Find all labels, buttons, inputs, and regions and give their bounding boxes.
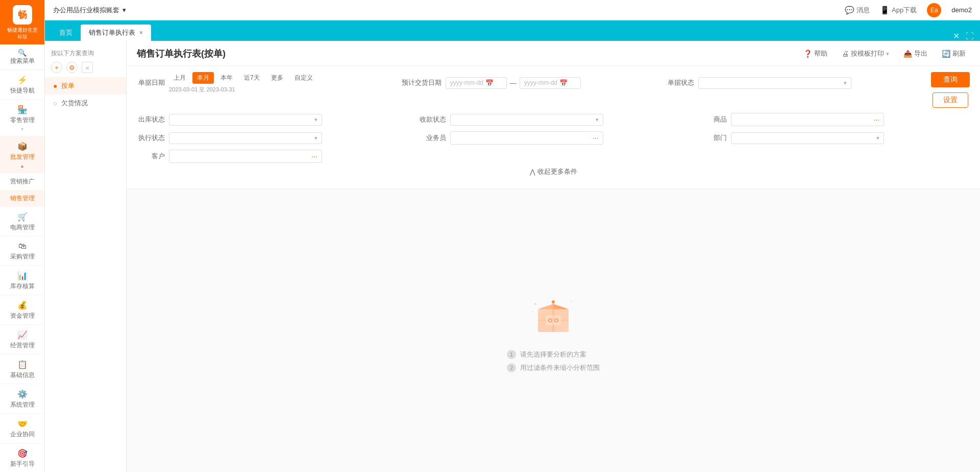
- goods-input[interactable]: ···: [731, 113, 884, 126]
- logo-subtitle: 标版: [17, 33, 28, 40]
- customer-dots-icon[interactable]: ···: [311, 152, 317, 160]
- receipt-status-select[interactable]: ▾: [450, 114, 603, 126]
- sidebar-item-operations[interactable]: 📈 经营管理: [0, 325, 44, 355]
- empty-tip-2: 2 用过滤条件来缩小分析范围: [507, 363, 600, 372]
- sidebar-item-wholesale[interactable]: 📦 批发管理 ▴: [0, 136, 44, 173]
- date-pill-last-month[interactable]: 上月: [169, 72, 190, 84]
- exec-status-select[interactable]: ▾: [169, 132, 322, 144]
- salesman-label: 业务员: [418, 133, 446, 143]
- sidebar-item-purchase[interactable]: 🛍 采购管理: [0, 237, 44, 266]
- add-scheme-button[interactable]: +: [51, 62, 62, 73]
- right-content: 销售订单执行表(按单) ❓ 帮助 🖨 按模板打印 ▾ 📤 导出: [127, 41, 980, 472]
- expected-date-start[interactable]: yyyy-mm-dd 📅: [446, 77, 507, 89]
- date-pill-custom[interactable]: 自定义: [290, 72, 317, 84]
- print-icon: 🖨: [842, 50, 849, 58]
- collapse-button[interactable]: ⋀ 收起更多条件: [522, 165, 585, 178]
- empty-illustration: [528, 289, 579, 340]
- date-pills: 上月 本月 本年 近7天: [169, 72, 391, 84]
- sidebar-item-basic[interactable]: 📋 基础信息: [0, 355, 44, 384]
- date-pill-this-month[interactable]: 本月: [192, 72, 214, 84]
- tab-close-icon[interactable]: ×: [139, 29, 143, 36]
- industry-selector[interactable]: 办公用品行业模拟账套 ▾: [53, 6, 126, 15]
- settings-scheme-button[interactable]: ⚙: [66, 62, 78, 73]
- scheme-item-按单[interactable]: ● 按单: [45, 77, 126, 95]
- expected-date-label: 预计交货日期: [402, 78, 442, 87]
- sidebar-sub-marketing[interactable]: 营销推广: [0, 173, 44, 190]
- dropdown-arrow-icon: ▾: [122, 6, 126, 14]
- sidebar-search[interactable]: 🔍 搜索菜单: [0, 44, 44, 70]
- svg-point-8: [549, 319, 551, 321]
- customer-label: 客户: [137, 152, 165, 161]
- receipt-status-label: 收款状态: [418, 115, 446, 124]
- set-button[interactable]: 设置: [933, 92, 968, 108]
- sidebar-item-quick-nav[interactable]: ⚡ 快捷导航: [0, 70, 44, 100]
- user-avatar[interactable]: Ea: [927, 3, 941, 17]
- sidebar-item-enterprise[interactable]: 🤝 企业协同: [0, 414, 44, 443]
- expected-date-end[interactable]: yyyy-mm-dd 📅: [520, 77, 581, 89]
- enterprise-icon: 🤝: [17, 419, 28, 429]
- date-pill-last7[interactable]: 近7天: [239, 72, 264, 84]
- dept-label: 部门: [699, 133, 727, 143]
- dept-select[interactable]: ▾: [731, 132, 884, 144]
- customer-input[interactable]: ···: [169, 150, 322, 163]
- goods-dots-icon[interactable]: ···: [874, 115, 880, 124]
- date-separator: —: [510, 79, 517, 87]
- message-icon: 💬: [845, 6, 854, 15]
- date-pill-this-year[interactable]: 本年: [216, 72, 237, 84]
- logo-text: 畅捷通好生意: [7, 27, 38, 33]
- collapse-up-icon: ⋀: [530, 168, 535, 176]
- calendar-start-icon[interactable]: 📅: [485, 79, 494, 87]
- tab-close-all-icon[interactable]: ✕: [953, 31, 960, 41]
- app-logo: 畅 畅捷通好生意 标版: [0, 0, 44, 44]
- operations-icon: 📈: [17, 330, 28, 340]
- scheme-item-欠货情况[interactable]: ○ 欠货情况: [45, 95, 126, 112]
- print-button[interactable]: 🖨 按模板打印 ▾: [838, 47, 893, 60]
- sidebar-item-inventory[interactable]: 📊 库存核算: [0, 266, 44, 295]
- receipt-status-arrow-icon: ▾: [596, 116, 599, 123]
- tab-sales-order[interactable]: 销售订单执行表 ×: [81, 25, 151, 41]
- app-download-button[interactable]: 📱 App下载: [880, 6, 917, 15]
- sidebar: 畅 畅捷通好生意 标版 🔍 搜索菜单 ⚡ 快捷导航 🏪 零售管理 ▾ 📦 批发管…: [0, 0, 45, 472]
- query-button[interactable]: 查询: [931, 72, 970, 87]
- sidebar-sub-sales[interactable]: 销售管理: [0, 190, 44, 207]
- out-status-select[interactable]: ▾: [169, 114, 322, 126]
- refresh-button[interactable]: 🔄 刷新: [938, 47, 970, 60]
- calendar-end-icon[interactable]: 📅: [559, 79, 568, 87]
- sidebar-item-ecommerce[interactable]: 🛒 电商管理: [0, 207, 44, 237]
- left-panel-title: 按以下方案查询: [51, 49, 94, 58]
- retail-icon: 🏪: [17, 105, 28, 114]
- fold-panel-button[interactable]: «: [82, 62, 93, 73]
- goods-label: 商品: [699, 115, 727, 124]
- message-button[interactable]: 💬 消息: [845, 6, 870, 15]
- sidebar-item-retail[interactable]: 🏪 零售管理 ▾: [0, 100, 44, 136]
- print-dropdown-icon: ▾: [886, 51, 889, 57]
- tab-home[interactable]: 首页: [51, 25, 81, 41]
- exec-status-group: 执行状态 ▾: [137, 131, 408, 145]
- customer-group: 客户 ···: [137, 150, 408, 163]
- sidebar-item-finance[interactable]: 💰 资金管理: [0, 295, 44, 325]
- tab-expand-icon[interactable]: ⛶: [966, 32, 974, 41]
- date-pill-more[interactable]: 更多: [266, 72, 288, 84]
- purchase-icon: 🛍: [18, 242, 27, 251]
- doc-status-select[interactable]: ▾: [698, 77, 851, 89]
- header-right: 💬 消息 📱 App下载 Ea demo2: [845, 3, 972, 17]
- collapse-row: ⋀ 收起更多条件: [137, 163, 970, 182]
- left-panel-header: 按以下方案查询: [45, 47, 126, 62]
- scheme-clock-icon: ○: [53, 99, 57, 107]
- sidebar-item-new-guide[interactable]: 🎯 新手引导: [0, 443, 44, 472]
- salesman-dots-icon[interactable]: ···: [593, 134, 599, 142]
- app-download-icon: 📱: [880, 6, 890, 15]
- svg-point-4: [571, 301, 572, 302]
- sidebar-item-system[interactable]: ⚙️ 系统管理: [0, 384, 44, 414]
- out-status-group: 出库状态 ▾: [137, 113, 408, 126]
- industry-name: 办公用品行业模拟账套: [53, 6, 119, 15]
- date-label: 单据日期: [137, 78, 165, 87]
- export-button[interactable]: 📤 导出: [899, 47, 932, 60]
- help-button[interactable]: ❓ 帮助: [799, 47, 831, 60]
- salesman-input[interactable]: ···: [450, 131, 603, 145]
- finance-icon: 💰: [17, 300, 28, 310]
- empty-tips: 1 请先选择要分析的方案 2 用过滤条件来缩小分析范围: [507, 350, 600, 372]
- doc-status-group: 单据状态 ▾: [666, 72, 921, 93]
- empty-tip-1: 1 请先选择要分析的方案: [507, 350, 600, 359]
- doc-status-arrow-icon: ▾: [844, 80, 847, 86]
